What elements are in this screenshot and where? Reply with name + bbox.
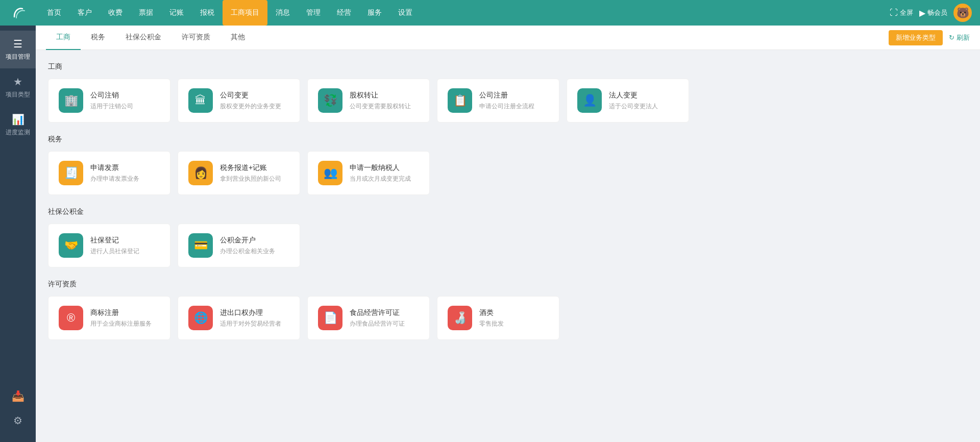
card-title: 食品经营许可证	[350, 308, 419, 317]
card-info: 商标注册用于企业商标注册服务	[90, 308, 160, 328]
section-税务: 税务🧾申请发票办理申请发票业务👩税务报道+记账拿到营业执照的新公司👥申请一般纳税…	[48, 135, 968, 195]
card-icon: ®	[59, 306, 83, 330]
card-title: 申请发票	[90, 163, 160, 173]
section-社保公积金: 社保公积金🤝社保登记进行人员社保登记💳公积金开户办理公积金相关业务	[48, 207, 968, 267]
card-icon: 👩	[188, 161, 213, 185]
card-icon: 🏛	[188, 88, 213, 113]
card-desc: 用于企业商标注册服务	[90, 320, 160, 328]
card-公司注册[interactable]: 📋公司注册申请公司注册全流程	[437, 79, 559, 122]
card-desc: 公司变更需要股权转让	[350, 102, 419, 111]
tab-税务[interactable]: 税务	[81, 26, 115, 50]
card-股权转让[interactable]: 💱股权转让公司变更需要股权转让	[307, 79, 430, 122]
refresh-button[interactable]: ↻ 刷新	[949, 33, 970, 42]
card-info: 税务报道+记账拿到营业执照的新公司	[220, 163, 289, 183]
cards-grid: 🏢公司注销适用于注销公司🏛公司变更股权变更外的业务变更💱股权转让公司变更需要股权…	[48, 79, 968, 122]
card-title: 法人变更	[609, 91, 678, 100]
download-icon: 📥	[12, 390, 24, 402]
card-desc: 办理食品经营许可证	[350, 320, 419, 328]
nav-item-管理[interactable]: 管理	[298, 0, 329, 26]
sidebar-item-progress-monitor[interactable]: 📊 进度监测	[0, 106, 36, 144]
app-logo	[8, 3, 29, 23]
nav-items: 首页客户收费票据记账报税工商项目消息管理经营服务设置	[39, 0, 890, 26]
card-社保登记[interactable]: 🤝社保登记进行人员社保登记	[48, 224, 170, 267]
card-title: 公积金开户	[220, 236, 289, 245]
card-税务报道+记账[interactable]: 👩税务报道+记账拿到营业执照的新公司	[178, 151, 300, 195]
card-公司变更[interactable]: 🏛公司变更股权变更外的业务变更	[178, 79, 300, 122]
fullscreen-button[interactable]: ⛶ 全屏	[890, 8, 913, 17]
card-info: 法人变更适于公司变更法人	[609, 91, 678, 111]
nav-item-服务[interactable]: 服务	[359, 0, 390, 26]
card-法人变更[interactable]: 👤法人变更适于公司变更法人	[567, 79, 689, 122]
card-食品经营许可证[interactable]: 📄食品经营许可证办理食品经营许可证	[307, 296, 430, 340]
nav-item-设置[interactable]: 设置	[390, 0, 421, 26]
vip-button[interactable]: ▶ 畅会员	[919, 8, 947, 18]
sidebar-download-button[interactable]: 📥	[10, 385, 27, 407]
nav-item-收费[interactable]: 收费	[100, 0, 131, 26]
card-title: 公司注销	[90, 91, 160, 100]
card-info: 公司注册申请公司注册全流程	[479, 91, 549, 111]
top-navigation: 首页客户收费票据记账报税工商项目消息管理经营服务设置 ⛶ 全屏 ▶ 畅会员 🐻	[0, 0, 980, 26]
card-info: 酒类零售批发	[479, 308, 549, 328]
nav-item-经营[interactable]: 经营	[329, 0, 359, 26]
card-title: 公司注册	[479, 91, 549, 100]
nav-item-客户[interactable]: 客户	[69, 0, 100, 26]
card-icon: 💱	[318, 88, 342, 113]
tab-许可资质[interactable]: 许可资质	[172, 26, 220, 50]
project-management-icon: ☰	[13, 38, 22, 50]
card-desc: 股权变更外的业务变更	[220, 102, 289, 111]
section-title: 税务	[48, 135, 968, 144]
card-info: 公司注销适用于注销公司	[90, 91, 160, 111]
nav-item-记账[interactable]: 记账	[161, 0, 192, 26]
card-title: 公司变更	[220, 91, 289, 100]
nav-item-票据[interactable]: 票据	[131, 0, 161, 26]
card-title: 申请一般纳税人	[350, 163, 419, 173]
settings-icon: ⚙	[13, 414, 22, 427]
nav-right: ⛶ 全屏 ▶ 畅会员 🐻	[890, 4, 972, 22]
cards-grid: ®商标注册用于企业商标注册服务🌐进出口权办理适用于对外贸易经营者📄食品经营许可证…	[48, 296, 968, 340]
progress-monitor-icon: 📊	[12, 113, 24, 126]
cards-grid: 🤝社保登记进行人员社保登记💳公积金开户办理公积金相关业务	[48, 224, 968, 267]
card-info: 社保登记进行人员社保登记	[90, 236, 160, 256]
card-title: 税务报道+记账	[220, 163, 289, 173]
card-公司注销[interactable]: 🏢公司注销适用于注销公司	[48, 79, 170, 122]
section-title: 社保公积金	[48, 207, 968, 216]
card-desc: 办理申请发票业务	[90, 175, 160, 183]
card-酒类[interactable]: 🍶酒类零售批发	[437, 296, 559, 340]
tab-header: 工商税务社保公积金许可资质其他 新增业务类型 ↻ 刷新	[36, 26, 980, 50]
section-title: 工商	[48, 62, 968, 71]
section-工商: 工商🏢公司注销适用于注销公司🏛公司变更股权变更外的业务变更💱股权转让公司变更需要…	[48, 62, 968, 122]
tab-社保公积金[interactable]: 社保公积金	[115, 26, 172, 50]
card-icon: 📋	[448, 88, 472, 113]
card-公积金开户[interactable]: 💳公积金开户办理公积金相关业务	[178, 224, 300, 267]
nav-item-消息[interactable]: 消息	[267, 0, 298, 26]
project-type-icon: ★	[13, 76, 22, 88]
card-desc: 适于公司变更法人	[609, 102, 678, 111]
card-title: 社保登记	[90, 236, 160, 245]
card-icon: 🌐	[188, 306, 213, 330]
sidebar-item-project-management[interactable]: ☰ 项目管理	[0, 31, 36, 68]
nav-item-首页[interactable]: 首页	[39, 0, 69, 26]
card-desc: 当月或次月成变更完成	[350, 175, 419, 183]
nav-item-报税[interactable]: 报税	[192, 0, 223, 26]
card-icon: 🍶	[448, 306, 472, 330]
sidebar-settings-button[interactable]: ⚙	[10, 409, 27, 432]
card-desc: 办理公积金相关业务	[220, 247, 289, 256]
user-avatar[interactable]: 🐻	[953, 4, 972, 22]
card-icon: 🏢	[59, 88, 83, 113]
card-info: 食品经营许可证办理食品经营许可证	[350, 308, 419, 328]
section-许可资质: 许可资质®商标注册用于企业商标注册服务🌐进出口权办理适用于对外贸易经营者📄食品经…	[48, 280, 968, 340]
card-icon: 🤝	[59, 233, 83, 258]
tab-其他[interactable]: 其他	[220, 26, 255, 50]
card-申请一般纳税人[interactable]: 👥申请一般纳税人当月或次月成变更完成	[307, 151, 430, 195]
card-info: 申请发票办理申请发票业务	[90, 163, 160, 183]
sidebar-item-project-type[interactable]: ★ 项目类型	[0, 68, 36, 106]
tab-工商[interactable]: 工商	[46, 26, 81, 50]
card-进出口权办理[interactable]: 🌐进出口权办理适用于对外贸易经营者	[178, 296, 300, 340]
add-type-button[interactable]: 新增业务类型	[889, 30, 943, 45]
card-desc: 适用于对外贸易经营者	[220, 320, 289, 328]
card-icon: 📄	[318, 306, 342, 330]
nav-item-工商项目[interactable]: 工商项目	[223, 0, 267, 26]
card-商标注册[interactable]: ®商标注册用于企业商标注册服务	[48, 296, 170, 340]
card-title: 酒类	[479, 308, 549, 317]
card-申请发票[interactable]: 🧾申请发票办理申请发票业务	[48, 151, 170, 195]
